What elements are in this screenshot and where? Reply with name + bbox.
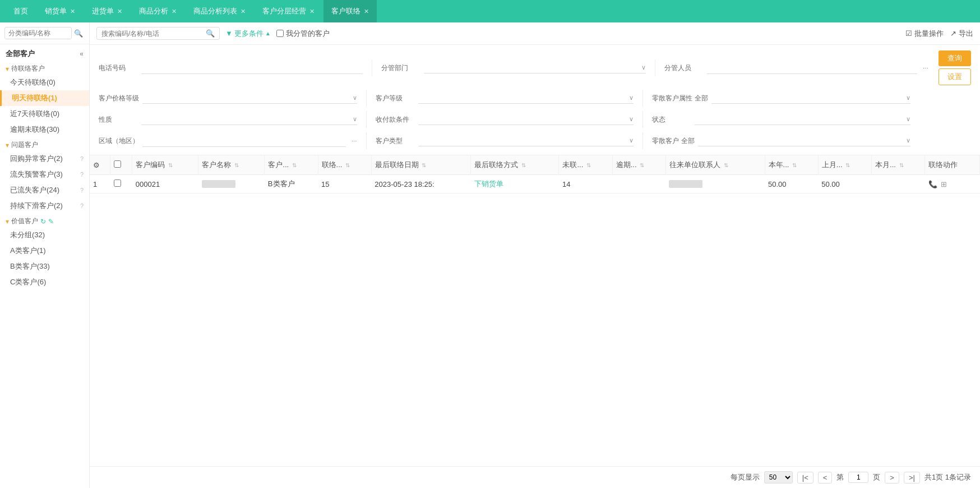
sidebar-item-7days-contact[interactable]: 近7天待联络(0) (0, 106, 89, 122)
all-customers-header[interactable]: 全部客户 « (0, 44, 89, 61)
last-page-button[interactable]: >| (904, 472, 920, 484)
page-label: 第 (836, 472, 844, 482)
chevron-down-icon: ∨ (353, 116, 357, 123)
customer-type-select[interactable]: ∨ (418, 135, 634, 146)
export-button[interactable]: ↗ 导出 (950, 29, 973, 39)
value-customers-refresh-icon[interactable]: ↻ (40, 218, 46, 225)
sidebar-item-churned[interactable]: 已流失客户(24) ? (0, 182, 89, 198)
nav-customer-segmentation[interactable]: 客户分层经营 ✕ (255, 0, 322, 22)
next-page-button[interactable]: > (885, 472, 899, 484)
group-value-customers: 价值客户 ↻ ✎ (0, 214, 89, 227)
close-sales-order-icon[interactable]: ✕ (70, 8, 75, 15)
sidebar-item-class-a[interactable]: A类客户(1) (0, 243, 89, 259)
retail-customer-select[interactable]: ∨ (698, 135, 910, 146)
col-customer-code[interactable]: 客户编码 ⇅ (132, 155, 198, 175)
row-select-checkbox[interactable] (114, 179, 121, 187)
my-customers-checkbox-label[interactable]: 我分管的客户 (276, 29, 330, 39)
filter-row-3: 性质 ∨ 收付款条件 ∨ 状态 (99, 111, 971, 128)
close-product-analysis-list-icon[interactable]: ✕ (241, 8, 246, 15)
export-icon: ↗ (950, 29, 956, 38)
sidebar-item-class-c[interactable]: C类客户(6) (0, 274, 89, 290)
first-page-button[interactable]: |< (797, 472, 813, 484)
sort-icon: ⇅ (521, 162, 526, 168)
search-input[interactable] (101, 30, 206, 38)
col-contact-person[interactable]: 往来单位联系人 ⇅ (665, 155, 765, 175)
close-product-analysis-icon[interactable]: ✕ (172, 8, 177, 15)
help-icon[interactable]: ? (80, 202, 84, 209)
sidebar-item-overdue-contact[interactable]: 逾期未联络(30) (0, 122, 89, 137)
collapse-icon[interactable]: « (80, 50, 84, 58)
col-overdue[interactable]: 逾期... ⇅ (612, 155, 665, 175)
phone-input[interactable] (141, 62, 363, 74)
nav-product-analysis-list[interactable]: 商品分析列表 ✕ (186, 0, 253, 22)
row-last-contact-method[interactable]: 下销货单 (471, 175, 559, 194)
col-customer-type[interactable]: 客户... ⇅ (265, 155, 318, 175)
status-select[interactable]: ∨ (695, 114, 910, 125)
sidebar-item-class-b[interactable]: B类客户(33) (0, 259, 89, 274)
sort-icon: ⇅ (586, 162, 591, 168)
help-icon[interactable]: ? (80, 155, 84, 162)
batch-operation-button[interactable]: ☑ 批量操作 (905, 29, 944, 39)
sidebar-search-input[interactable] (4, 27, 72, 39)
settings-button[interactable]: 设置 (939, 68, 971, 85)
col-checkbox[interactable] (110, 155, 132, 175)
value-customers-edit-icon[interactable]: ✎ (48, 218, 54, 225)
dept-label: 分管部门 (381, 63, 420, 73)
col-last-contact-method[interactable]: 最后联络方式 ⇅ (471, 155, 559, 175)
region-dots-icon[interactable]: ··· (352, 137, 357, 145)
prev-page-button[interactable]: < (818, 472, 833, 484)
manager-dots-icon[interactable]: ··· (923, 64, 928, 72)
page-number-input[interactable] (848, 472, 868, 483)
col-contact-count[interactable]: 联络... ⇅ (318, 155, 371, 175)
price-level-select[interactable]: ∨ (142, 93, 357, 104)
col-last-contact-date[interactable]: 最后联络日期 ⇅ (371, 155, 471, 175)
close-customer-segmentation-icon[interactable]: ✕ (309, 8, 315, 15)
col-this-month[interactable]: 本月... ⇅ (872, 155, 925, 175)
more-filter-button[interactable]: ▼ 更多条件 ▲ (225, 29, 271, 39)
dept-select[interactable]: ∨ (424, 62, 645, 73)
filter-row-4: 区域（地区） ··· 客户类型 ∨ 零散客户 全部 (99, 132, 971, 149)
sort-icon: ⇅ (845, 162, 850, 168)
help-icon[interactable]: ? (80, 187, 84, 194)
nav-purchase-order[interactable]: 进货单 ✕ (84, 0, 130, 22)
sidebar-item-today-contact[interactable]: 今天待联络(0) (0, 75, 89, 90)
nav-customer-contact[interactable]: 客户联络 ✕ (323, 0, 377, 22)
grid-action-icon[interactable]: ⊞ (941, 180, 947, 188)
col-last-month[interactable]: 上月... ⇅ (818, 155, 871, 175)
my-customers-checkbox[interactable] (276, 30, 284, 37)
nature-label: 性质 (99, 115, 138, 125)
close-purchase-order-icon[interactable]: ✕ (117, 8, 122, 15)
phone-action-icon[interactable]: 📞 (928, 180, 937, 188)
manager-input[interactable] (707, 62, 917, 74)
filter-row-1: 电话号码 分管部门 ∨ 分管人员 ··· (99, 50, 971, 85)
sidebar-item-tomorrow-contact[interactable]: 明天待联络(1) (0, 90, 89, 106)
query-button[interactable]: 查询 (939, 50, 971, 66)
payment-terms-select[interactable]: ∨ (418, 114, 634, 125)
col-settings[interactable]: ⚙ (90, 155, 110, 175)
table-header-row: ⚙ 客户编码 ⇅ 客户名称 ⇅ 客户... ⇅ 联络... ⇅ 最后联络日期 ⇅… (90, 155, 980, 175)
sidebar-item-ungrouped[interactable]: 未分组(32) (0, 227, 89, 243)
nav-home[interactable]: 首页 (6, 0, 36, 22)
nav-sales-order[interactable]: 销货单 ✕ (37, 0, 83, 22)
customer-level-select[interactable]: ∨ (418, 93, 634, 104)
region-input[interactable] (142, 135, 346, 147)
per-page-select[interactable]: 50 100 200 (764, 471, 793, 484)
sidebar-item-churn-warning[interactable]: 流失预警客户(3) ? (0, 167, 89, 182)
col-uncontact-days[interactable]: 未联... ⇅ (559, 155, 612, 175)
row-checkbox[interactable] (110, 175, 132, 194)
select-all-checkbox[interactable] (114, 160, 121, 168)
filter-retail-attr: 零散客户属性 全部 ∨ (652, 93, 910, 104)
close-customer-contact-icon[interactable]: ✕ (364, 8, 369, 15)
sidebar-item-declining[interactable]: 持续下滑客户(2) ? (0, 198, 89, 214)
sidebar-search-icon[interactable]: 🔍 (74, 29, 83, 38)
filter-customer-type: 客户类型 ∨ (376, 135, 634, 146)
retail-attr-select[interactable]: ∨ (711, 93, 910, 104)
search-icon[interactable]: 🔍 (206, 29, 215, 38)
chevron-down-icon: ∨ (906, 94, 910, 102)
col-customer-name[interactable]: 客户名称 ⇅ (198, 155, 265, 175)
sidebar-item-abnormal-repurchase[interactable]: 回购异常客户(2) ? (0, 151, 89, 167)
col-this-year[interactable]: 本年... ⇅ (765, 155, 818, 175)
help-icon[interactable]: ? (80, 171, 84, 178)
nav-product-analysis[interactable]: 商品分析 ✕ (131, 0, 184, 22)
nature-select[interactable]: ∨ (141, 114, 357, 125)
